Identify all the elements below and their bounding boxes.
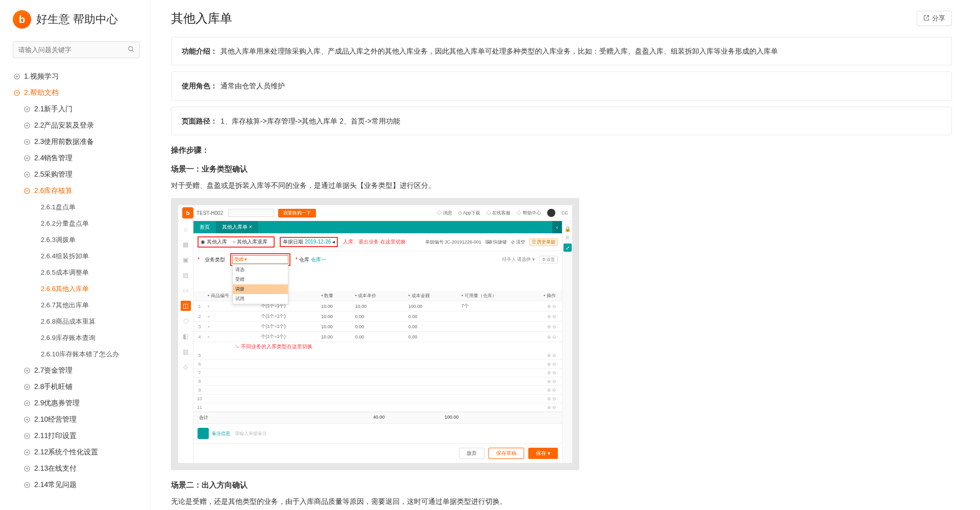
nav-subitem[interactable]: 2.6.10库存账本错了怎么办 bbox=[13, 346, 140, 362]
plus-icon bbox=[23, 481, 31, 489]
mock-test-label: TEST-H002 bbox=[197, 210, 223, 216]
remark-icon bbox=[198, 428, 209, 439]
search-wrap bbox=[13, 41, 140, 58]
chart-icon: ◧ bbox=[181, 331, 191, 342]
info-label: 使用角色： bbox=[182, 82, 217, 90]
nav-item[interactable]: 2.1新手入门 bbox=[13, 101, 140, 117]
nav-label: 2.5采购管理 bbox=[34, 170, 72, 179]
plus-icon bbox=[23, 383, 31, 391]
nav-subitem[interactable]: 2.6.1盘点单 bbox=[13, 199, 140, 215]
inbox-icon: ▭ bbox=[181, 285, 191, 296]
mock-date-box: 单据日期 2019-12-26 ◂ bbox=[280, 237, 338, 247]
search-icon[interactable] bbox=[128, 45, 135, 54]
nav-subitem[interactable]: 2.6.3调拨单 bbox=[13, 232, 140, 248]
table-row: 7⊕ ⊖ bbox=[193, 369, 562, 377]
nav-item[interactable]: 2.9优惠券管理 bbox=[13, 395, 140, 411]
nav-label: 2.7资金管理 bbox=[34, 366, 72, 375]
nav-item[interactable]: 2.5采购管理 bbox=[13, 166, 140, 183]
plus-icon bbox=[23, 448, 31, 456]
nav-label: 2.10经营管理 bbox=[34, 415, 77, 424]
mock-radio-in: ◉ 其他入库 bbox=[201, 239, 227, 245]
mock-radio-return: ○ 其他入库退库 bbox=[233, 239, 268, 245]
nav-item[interactable]: 2.8手机旺铺 bbox=[13, 379, 140, 395]
nav-item[interactable]: 2.13在线支付 bbox=[13, 460, 140, 477]
table-row: 10⊕ ⊖ bbox=[193, 395, 562, 403]
page-title: 其他入库单 bbox=[171, 10, 232, 27]
share-icon bbox=[923, 15, 929, 22]
mock-upgrade-button: 我要换购一下 bbox=[278, 209, 316, 217]
nav-label: 2.9优惠券管理 bbox=[34, 399, 80, 408]
main-content: 其他入库单 分享 功能介绍：其他入库单用来处理除采购入库、产成品入库之外的其他入… bbox=[151, 0, 967, 510]
nav-item[interactable]: 2.14常见问题 bbox=[13, 477, 140, 493]
nav-subitem[interactable]: 2.6.9库存账本查询 bbox=[13, 330, 140, 346]
nav-label: 2.6.2分量盘点单 bbox=[41, 219, 89, 228]
table-row: 11⊕ ⊖ bbox=[193, 403, 562, 412]
nav-item-video[interactable]: 1.视频学习 bbox=[13, 68, 140, 85]
nav-label: 2.13在线支付 bbox=[34, 464, 77, 473]
scene1-text: 对于受赠、盘盈或是拆装入库等不同的业务，是通过单据头【业务类型】进行区分。 bbox=[171, 179, 952, 192]
doc-icon: ▤ bbox=[181, 270, 191, 280]
nav-subitem[interactable]: 2.6.6其他入库单 bbox=[13, 281, 140, 297]
mock-toplink: ◇ 在线客服 bbox=[486, 210, 511, 216]
minus-icon bbox=[23, 187, 31, 195]
lock-icon: 🔒 bbox=[565, 226, 571, 232]
mock-remark-input: 请输入单据备注 bbox=[233, 429, 558, 439]
plus-icon bbox=[23, 465, 31, 473]
sidebar: b 好生意 帮助中心 1.视频学习 2.帮助文档 2.1新手入门2.2产品安装及… bbox=[0, 0, 151, 510]
plus-icon bbox=[23, 367, 31, 375]
nav-subitem[interactable]: 2.6.5成本调整单 bbox=[13, 264, 140, 281]
plus-icon bbox=[23, 399, 31, 407]
nav-item-stock[interactable]: 2.6库存核算 bbox=[13, 183, 140, 199]
feed-icon: ▥ bbox=[181, 347, 191, 357]
info-text: 其他入库单用来处理除采购入库、产成品入库之外的其他入库业务，因此其他入库单可处理… bbox=[220, 47, 778, 55]
box-icon: ▣ bbox=[181, 255, 191, 265]
table-row: 3▫个(1个=1个)10.000.000.00⊕ ⊖ bbox=[193, 322, 562, 332]
nav-item[interactable]: 2.11打印设置 bbox=[13, 428, 140, 444]
info-label: 页面路径： bbox=[182, 117, 217, 125]
mock-radio-group: ◉ 其他入库 ○ 其他入库退库 bbox=[198, 236, 275, 248]
nav-subitem[interactable]: 2.6.7其他出库单 bbox=[13, 297, 140, 313]
nav-item[interactable]: 2.12系统个性化设置 bbox=[13, 444, 140, 460]
nav-item-helpdoc[interactable]: 2.帮助文档 bbox=[13, 85, 140, 101]
nav-item[interactable]: 2.2产品安装及登录 bbox=[13, 117, 140, 134]
nav-item[interactable]: 2.10经营管理 bbox=[13, 411, 140, 428]
nav-label: 2.12系统个性化设置 bbox=[34, 448, 98, 457]
nav-subitem[interactable]: 2.6.2分量盘点单 bbox=[13, 215, 140, 232]
nav-label: 2.6.9库存账本查询 bbox=[41, 333, 95, 343]
mock-biztype-dropdown: 受赠 ▾ 请选受赠调拨试用 bbox=[230, 253, 290, 266]
mock-doc-no: 单据编号 JC-20191226-001 bbox=[425, 239, 481, 246]
nav-item[interactable]: 2.7资金管理 bbox=[13, 362, 140, 379]
plus-icon bbox=[23, 416, 31, 424]
plus-icon bbox=[23, 122, 31, 130]
mock-totals-row: 合计 40.00 100.00 bbox=[193, 412, 562, 423]
info-box-intro: 功能介绍：其他入库单用来处理除采购入库、产成品入库之外的其他入库业务，因此其他入… bbox=[171, 37, 952, 65]
mock-side-toolbar: 🔒 ⎘ ⤢ bbox=[562, 221, 572, 463]
nav-label: 2.6库存核算 bbox=[34, 186, 72, 196]
nav-label: 2.1新手入门 bbox=[34, 105, 72, 114]
scene2-heading: 场景二：出入方向确认 bbox=[171, 480, 952, 490]
plus-icon bbox=[23, 138, 31, 146]
table-row: 5⊕ ⊖ bbox=[193, 351, 562, 360]
mock-toplink: ◇ App下载 bbox=[458, 210, 480, 216]
brand-title: 好生意 帮助中心 bbox=[36, 12, 118, 27]
search-input[interactable] bbox=[13, 41, 140, 58]
nav-label: 2.6.8商品成本重算 bbox=[41, 317, 95, 326]
minus-icon bbox=[13, 89, 21, 97]
plus-icon bbox=[23, 154, 31, 162]
share-button[interactable]: 分享 bbox=[917, 11, 952, 26]
info-label: 功能介绍： bbox=[182, 47, 217, 55]
mock-toplink: ◇ 帮助中心 bbox=[517, 210, 541, 216]
mock-toplink: ◇ 消息 bbox=[437, 210, 452, 216]
nav-subitem[interactable]: 2.6.4组装拆卸单 bbox=[13, 248, 140, 264]
info-box-role: 使用角色：通常由仓管人员维护 bbox=[171, 71, 952, 100]
nav-subitem[interactable]: 2.6.8商品成本重算 bbox=[13, 313, 140, 330]
nav-label: 2.6.6其他入库单 bbox=[41, 284, 89, 294]
nav-item[interactable]: 2.3使用前数据准备 bbox=[13, 134, 140, 150]
mock-clearlink: ⊘ 清空 bbox=[511, 239, 525, 246]
table-row: 6⊕ ⊖ bbox=[193, 360, 562, 369]
nav-item[interactable]: 2.4销售管理 bbox=[13, 150, 140, 166]
table-row: 9⊕ ⊖ bbox=[193, 386, 562, 395]
mock-tab-collapse-icon: ‹ bbox=[552, 221, 562, 233]
nav-label: 1.视频学习 bbox=[24, 72, 59, 81]
mock-toplink: CC bbox=[561, 210, 568, 215]
